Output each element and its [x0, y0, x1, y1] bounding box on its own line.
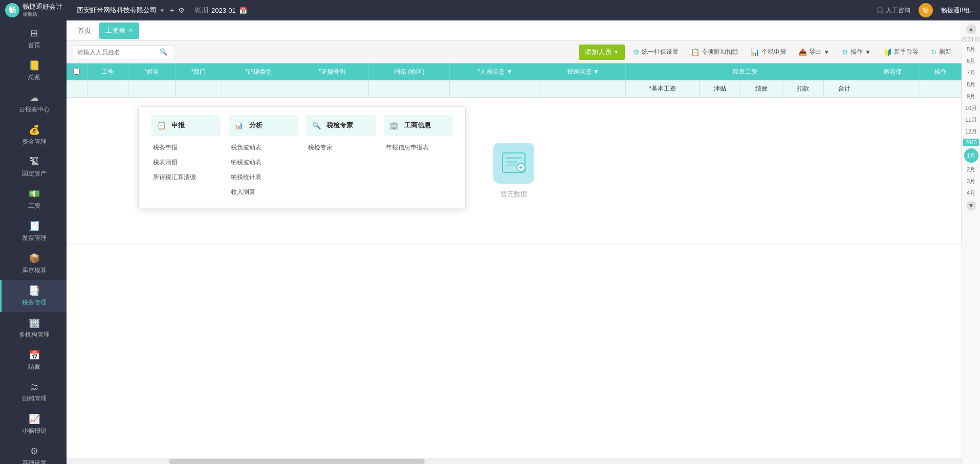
social-security-button[interactable]: ⚙ 统一社保设置	[629, 46, 683, 58]
social-security-label: 统一社保设置	[642, 48, 679, 56]
period-area: 账期 2023-01 📅	[195, 6, 247, 15]
dropdown-col-business: 🏢 工商信息 年报信息申报表	[380, 115, 458, 200]
col-department: *部门	[175, 63, 222, 80]
sidebar-label-home: 首页	[28, 41, 40, 50]
tax-payment-item[interactable]: 纳税波动表	[229, 155, 298, 170]
operations-button[interactable]: ⚙ 操作 ▼	[838, 46, 875, 58]
col-name: *姓名	[128, 63, 175, 80]
tab-close-icon[interactable]: ✕	[128, 27, 133, 34]
tax-settlement-item[interactable]: 所得税汇算清缴	[151, 170, 221, 185]
sidebar-label-invoice: 发票管理	[22, 234, 47, 242]
timeline-month-11[interactable]: 11月	[963, 114, 979, 126]
export-chevron-icon: ▼	[823, 49, 830, 56]
sidebar-item-closing[interactable]: 📅 结账	[0, 344, 67, 377]
company-selector[interactable]: 西安虾米网络科技有限公司 ▼	[77, 6, 165, 15]
col-cert-type: *证据类型	[222, 63, 295, 80]
user-name[interactable]: 畅捷通B组...	[941, 6, 975, 15]
refresh-button[interactable]: ↻ 刷新	[927, 46, 955, 58]
sidebar-item-salary[interactable]: 💵 工资	[0, 183, 67, 215]
sidebar-item-fixed-assets[interactable]: 🏗 固定资产	[0, 151, 67, 183]
operations-chevron-icon: ▼	[865, 49, 871, 56]
sub-col-performance: 绩效	[741, 80, 782, 98]
sidebar-item-home[interactable]: ⊞ 首页	[0, 23, 67, 55]
guide-icon: 🔰	[883, 48, 892, 56]
support-button[interactable]: 🎧 人工咨询	[876, 6, 910, 15]
declaration-icon: 📋	[154, 118, 168, 132]
period-label: 账期	[195, 6, 208, 15]
tax-expert-title: 税检专家	[326, 121, 353, 130]
sidebar-item-multi-org[interactable]: 🏢 多机构管理	[0, 312, 67, 344]
social-security-icon: ⚙	[633, 48, 640, 56]
col-pension: 养老保	[865, 63, 920, 80]
period-value[interactable]: 2023-01	[211, 7, 236, 14]
settings-button[interactable]: ⚙	[178, 6, 185, 14]
timeline-nav-down[interactable]: ▼	[966, 201, 976, 211]
sidebar-item-basic-settings[interactable]: ⚙ 基础设置	[0, 440, 67, 464]
sidebar-item-ledger[interactable]: 📒 总账	[0, 55, 67, 87]
sidebar-label-inventory: 库存核算	[22, 266, 47, 275]
col-person-status[interactable]: *人员状态 ▼	[450, 63, 540, 80]
timeline-month-6[interactable]: 6月	[963, 55, 979, 67]
timeline-period-label: 2023.01	[962, 36, 980, 43]
timeline-month-1-active[interactable]: 1月	[964, 148, 978, 163]
income-calc-item[interactable]: 收入测算	[229, 185, 298, 200]
sidebar-item-fund[interactable]: 💰 资金管理	[0, 119, 67, 151]
sidebar-item-invoice[interactable]: 🧾 发票管理	[0, 215, 67, 248]
right-panel: ▲ 2023.01 5月 6月 7月 8月 9月 10月 11月 12月 202…	[962, 20, 980, 464]
sidebar-item-tax[interactable]: 📑 税务管理	[0, 280, 67, 312]
col-report-status[interactable]: 报送状态 ▼	[540, 63, 626, 80]
sidebar-item-inventory[interactable]: 📦 库存核算	[0, 248, 67, 280]
timeline-nav-up[interactable]: ▲	[966, 24, 976, 34]
select-all-checkbox[interactable]	[73, 68, 80, 75]
company-chevron-icon: ▼	[160, 8, 165, 13]
sub-col-deduction: 扣款	[782, 80, 823, 98]
refresh-icon: ↻	[931, 48, 937, 56]
tax-stat-item[interactable]: 纳税统计表	[229, 170, 298, 185]
timeline-month-7[interactable]: 7月	[963, 67, 979, 79]
guide-button[interactable]: 🔰 新手引导	[879, 46, 923, 58]
tax-form-item[interactable]: 税表清册	[151, 155, 221, 170]
svg-rect-2	[506, 161, 518, 163]
timeline-month-10[interactable]: 10月	[963, 102, 979, 114]
timeline-month-8[interactable]: 8月	[963, 79, 979, 91]
sub-col-base-wage: *基本工资	[626, 80, 700, 98]
tab-home[interactable]: 首页	[72, 23, 97, 39]
tax-report-label: 个税申报	[761, 48, 786, 56]
add-person-button[interactable]: 添加人员 ▼	[579, 45, 625, 60]
sidebar-label-salary: 工资	[28, 202, 40, 210]
home-icon: ⊞	[30, 28, 38, 39]
tax-expert-item[interactable]: 税检专家	[306, 140, 376, 155]
export-button[interactable]: 📤 导出 ▼	[794, 46, 834, 58]
table-wrap: 工号 *姓名 *部门 *证据类型 *证据号码 国籍 (地区) *人员状态 ▼ 报…	[67, 63, 962, 458]
search-input[interactable]	[77, 49, 159, 56]
timeline-month-5[interactable]: 5月	[963, 43, 979, 55]
sidebar-item-archive[interactable]: 🗂 归档管理	[0, 377, 67, 408]
tax-declaration-item[interactable]: 税务申报	[151, 140, 221, 155]
search-icon: 🔍	[159, 48, 167, 56]
sidebar-item-mini-report[interactable]: 📈 小畅报销	[0, 408, 67, 440]
export-label: 导出	[809, 48, 821, 56]
add-company-button[interactable]: +	[170, 6, 174, 14]
tab-home-label: 首页	[78, 26, 91, 35]
sub-col-total: 合计	[823, 80, 865, 98]
org-icon: 🏢	[29, 317, 40, 328]
sidebar-label-assets: 固定资产	[22, 169, 47, 178]
tab-salary[interactable]: 工资表 ✕	[99, 23, 139, 39]
inventory-icon: 📦	[29, 253, 40, 264]
logo-icon: 畅	[5, 3, 19, 17]
logo-area: 畅 畅捷通好会计 旗舰版	[5, 3, 72, 18]
tax-burden-item[interactable]: 税负波动表	[229, 140, 298, 155]
timeline-month-4[interactable]: 4月	[963, 187, 979, 199]
timeline-month-2[interactable]: 2月	[963, 164, 979, 175]
invoice-icon: 🧾	[29, 220, 40, 232]
col-operation: 操作	[920, 63, 961, 80]
tax-report-button[interactable]: 📊 个税申报	[747, 46, 790, 58]
timeline-month-12[interactable]: 12月	[963, 126, 979, 138]
timeline-month-9[interactable]: 9月	[963, 91, 979, 102]
sidebar-item-cloud-report[interactable]: ☁ 云报表中心	[0, 87, 67, 119]
scrollbar-wrap[interactable]	[67, 458, 962, 464]
calendar-icon[interactable]: 📅	[239, 7, 247, 14]
annual-report-item[interactable]: 年报信息申报表	[384, 140, 453, 155]
special-deduction-button[interactable]: 📋 专项附加扣除	[687, 46, 743, 58]
timeline-month-3[interactable]: 3月	[963, 175, 979, 187]
